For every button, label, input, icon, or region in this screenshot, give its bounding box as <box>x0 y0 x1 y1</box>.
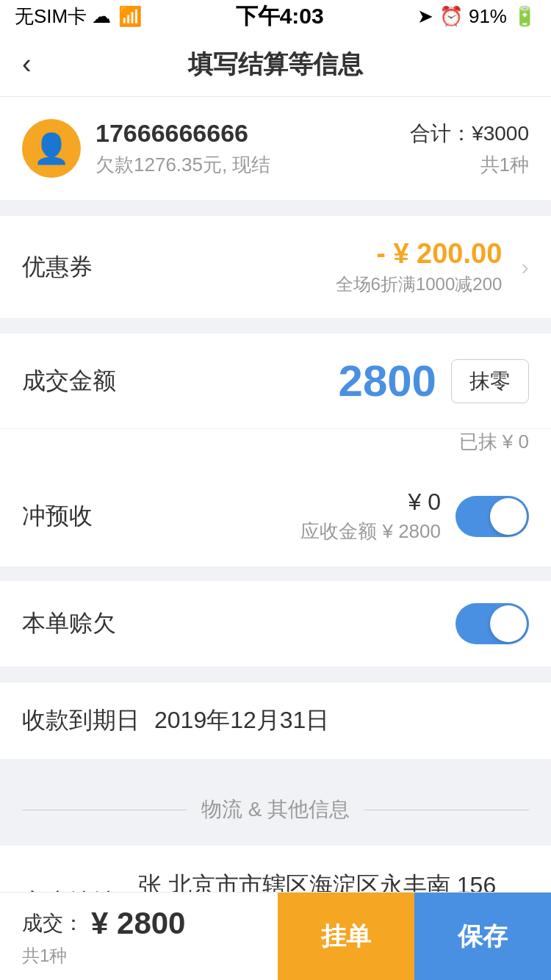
footer-deal-label: 成交： <box>22 909 84 937</box>
content: 👤 17666666666 欠款1276.35元, 现结 合计：¥3000 共1… <box>0 97 551 980</box>
divider-2 <box>0 319 551 334</box>
customer-info: 17666666666 欠款1276.35元, 现结 <box>96 119 270 178</box>
status-time: 下午4:03 <box>236 1 324 32</box>
due-date-label: 收款到期日 <box>22 705 140 737</box>
customer-card: 👤 17666666666 欠款1276.35元, 现结 合计：¥3000 共1… <box>0 97 551 200</box>
deal-amount-label: 成交金额 <box>22 365 116 397</box>
coupon-chevron-icon: › <box>521 253 529 281</box>
deal-amount-row: 成交金额 2800 抹零 <box>0 334 551 429</box>
location-icon: ➤ <box>417 5 433 28</box>
prepay-toggle[interactable] <box>455 496 529 537</box>
total-count: 共1种 <box>410 152 529 178</box>
hang-order-button[interactable]: 挂单 <box>278 893 414 981</box>
debt-toggle[interactable] <box>455 603 529 644</box>
divider-line-left <box>22 810 187 810</box>
due-date-row: 收款到期日 2019年12月31日 <box>0 682 551 759</box>
prepay-receivable: 应收金额 ¥ 2800 <box>300 519 441 544</box>
save-button[interactable]: 保存 <box>414 893 551 981</box>
debt-row: 本单赊欠 <box>0 581 551 666</box>
round-button[interactable]: 抹零 <box>451 359 529 403</box>
toggle-knob <box>490 498 527 535</box>
alarm-icon: ⏰ <box>439 5 463 28</box>
coupon-row[interactable]: 优惠券 - ¥ 200.00 全场6折满1000减200 › <box>0 216 551 319</box>
deal-sub-text: 已抹 ¥ 0 <box>0 429 551 466</box>
debt-toggle-knob <box>490 605 527 642</box>
coupon-label: 优惠券 <box>22 251 93 284</box>
no-sim-text: 无SIM卡 ☁ <box>15 4 111 29</box>
debt-label: 本单赊欠 <box>22 608 116 640</box>
nav-bar: ‹ 填写结算等信息 <box>0 32 551 97</box>
coupon-right: - ¥ 200.00 全场6折满1000减200 › <box>336 238 529 296</box>
customer-right: 合计：¥3000 共1种 <box>410 120 529 178</box>
customer-phone: 17666666666 <box>96 119 270 148</box>
customer-debt: 欠款1276.35元, 现结 <box>96 152 270 178</box>
coupon-discount: - ¥ 200.00 <box>336 238 503 270</box>
divider-5 <box>0 759 551 774</box>
due-date-value: 2019年12月31日 <box>154 705 329 737</box>
footer: 成交： ¥ 2800 共1种 挂单 保存 <box>0 892 551 980</box>
battery-icon: 🔋 <box>513 5 536 28</box>
prepay-row: 冲预收 ¥ 0 应收金额 ¥ 2800 <box>0 466 551 566</box>
prepay-label: 冲预收 <box>22 500 93 533</box>
prepay-amount-info: ¥ 0 应收金额 ¥ 2800 <box>300 489 441 544</box>
status-bar: 无SIM卡 ☁ 📶 下午4:03 ➤ ⏰ 91% 🔋 <box>0 0 551 32</box>
footer-deal: 成交： ¥ 2800 <box>22 906 256 941</box>
deal-amount-right: 2800 抹零 <box>339 356 529 406</box>
wifi-icon: 📶 <box>118 5 142 28</box>
logistics-divider-text: 物流 & 其他信息 <box>201 796 350 824</box>
divider-3 <box>0 566 551 581</box>
footer-summary: 成交： ¥ 2800 共1种 <box>0 906 278 968</box>
deal-amount-value: 2800 <box>339 356 436 406</box>
avatar: 👤 <box>22 119 81 178</box>
prepay-right: ¥ 0 应收金额 ¥ 2800 <box>300 489 529 544</box>
status-left: 无SIM卡 ☁ 📶 <box>15 4 142 29</box>
divider-1 <box>0 201 551 216</box>
customer-left: 👤 17666666666 欠款1276.35元, 现结 <box>22 119 270 178</box>
nav-title: 填写结算等信息 <box>188 48 363 82</box>
battery-text: 91% <box>469 5 507 28</box>
total-label: 合计：¥3000 <box>410 120 529 148</box>
back-button[interactable]: ‹ <box>22 41 46 87</box>
coupon-desc: 全场6折满1000减200 <box>336 273 503 296</box>
footer-count: 共1种 <box>22 944 256 968</box>
footer-deal-amount: ¥ 2800 <box>91 906 185 941</box>
logistics-divider: 物流 & 其他信息 <box>0 774 551 846</box>
divider-line-right <box>364 810 529 810</box>
divider-4 <box>0 668 551 682</box>
status-right: ➤ ⏰ 91% 🔋 <box>417 5 536 28</box>
prepay-amount-value: ¥ 0 <box>300 489 441 516</box>
